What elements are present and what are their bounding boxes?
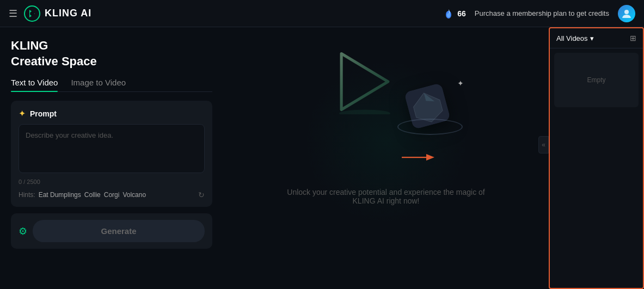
header: ☰ KLING AI 66 Purchase a membership plan… <box>0 0 644 27</box>
arrow-indicator <box>402 151 434 166</box>
prompt-textarea[interactable] <box>19 124 205 173</box>
header-right: 66 Purchase a membership plan to get cre… <box>443 5 635 22</box>
logo-text: KLING AI <box>45 8 91 19</box>
header-left: ☰ KLING AI <box>9 5 91 22</box>
credits-area: 66 <box>443 8 466 19</box>
all-videos-label: All Videos <box>556 34 588 42</box>
generate-card: ⚙ Generate <box>11 213 212 249</box>
svg-marker-11 <box>426 154 434 161</box>
hint-eat-dumplings[interactable]: Eat Dumplings <box>39 191 81 199</box>
tab-text-to-video[interactable]: Text to Video <box>11 78 58 91</box>
avatar[interactable] <box>618 5 635 22</box>
svg-point-1 <box>30 11 34 16</box>
chevron-down-icon: ▾ <box>590 34 594 42</box>
prompt-label: Prompt <box>30 109 57 118</box>
hints-label: Hints: <box>19 191 35 199</box>
refresh-icon[interactable]: ↻ <box>198 190 205 199</box>
svg-point-4 <box>624 10 629 14</box>
svg-point-6 <box>339 109 390 114</box>
credits-count: 66 <box>457 9 466 18</box>
hint-collie[interactable]: Collie <box>84 191 101 199</box>
svg-marker-5 <box>341 54 388 110</box>
char-count: 0 / 2500 <box>19 179 205 185</box>
right-panel-content: Empty <box>550 48 643 288</box>
main-container: KLING Creative Space Text to Video Image… <box>0 27 644 289</box>
center-empty-text: Unlock your creative potential and exper… <box>277 188 495 205</box>
credits-flame-icon <box>443 8 454 19</box>
hint-volcano[interactable]: Volcano <box>122 191 146 199</box>
grid-icon[interactable]: ⊞ <box>630 34 636 42</box>
brand-title-text: KLING Creative Space <box>11 38 212 69</box>
prompt-icon: ✦ <box>19 108 26 119</box>
brand-title: KLING Creative Space <box>11 38 212 69</box>
right-panel: All Videos ▾ ⊞ Empty <box>549 27 644 289</box>
logo-area: KLING AI <box>24 5 91 22</box>
tab-image-to-video[interactable]: Image to Video <box>71 78 126 91</box>
prompt-card: ✦ Prompt 0 / 2500 Hints: Eat Dumplings C… <box>11 101 212 207</box>
purchase-text[interactable]: Purchase a membership plan to get credit… <box>475 9 609 17</box>
prompt-header: ✦ Prompt <box>19 108 205 119</box>
hint-corgi[interactable]: Corgi <box>104 191 120 199</box>
floating-ring-decoration <box>397 119 463 135</box>
kling-logo-icon <box>24 5 40 22</box>
hints-row: Hints: Eat Dumplings Collie Corgi Volcan… <box>19 190 205 199</box>
generate-button[interactable]: Generate <box>33 220 205 242</box>
empty-thumbnail: Empty <box>554 53 639 107</box>
generate-spinner-icon: ⚙ <box>19 225 27 237</box>
all-videos-button[interactable]: All Videos ▾ <box>556 34 594 42</box>
play-icon-decoration <box>332 49 397 116</box>
menu-icon[interactable]: ☰ <box>9 8 17 20</box>
left-panel: KLING Creative Space Text to Video Image… <box>0 27 223 289</box>
collapse-panel-button[interactable]: « <box>538 136 549 153</box>
tabs: Text to Video Image to Video <box>11 78 212 92</box>
right-panel-header: All Videos ▾ ⊞ <box>550 28 643 48</box>
sparkle-decoration: ✦ <box>457 79 464 88</box>
center-panel: ✦ Unlock your creative potential and exp… <box>223 27 549 289</box>
